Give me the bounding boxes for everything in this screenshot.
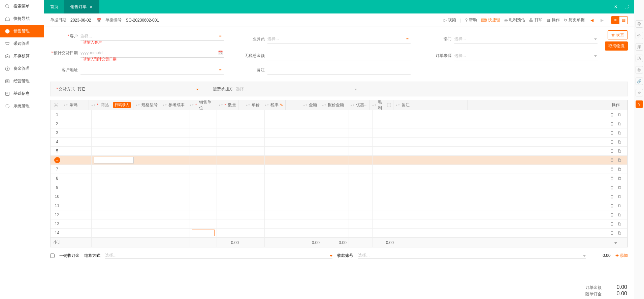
- copy-icon[interactable]: [617, 158, 622, 162]
- more-icon[interactable]: ⋯: [219, 67, 223, 72]
- copy-icon[interactable]: [617, 194, 622, 199]
- ship-select[interactable]: 其它: [77, 86, 199, 92]
- table-row[interactable]: 12: [51, 210, 627, 219]
- table-row[interactable]: 11: [51, 201, 627, 210]
- table-row[interactable]: 4: [51, 138, 627, 147]
- rail-btn-3[interactable]: 库: [636, 43, 643, 51]
- rail-link-icon[interactable]: 🔗: [636, 78, 643, 85]
- delete-icon[interactable]: [610, 231, 614, 235]
- copy-icon[interactable]: [617, 212, 622, 217]
- copy-icon[interactable]: [617, 149, 622, 153]
- rail-btn-4[interactable]: 历: [636, 55, 643, 62]
- sidebar-item-search[interactable]: 搜索菜单: [0, 0, 44, 12]
- rail-collapse-icon[interactable]: ↘: [636, 100, 643, 108]
- delete-icon[interactable]: [610, 185, 614, 190]
- table-row[interactable]: 14: [51, 229, 627, 238]
- copy-icon[interactable]: [617, 130, 622, 135]
- source-input[interactable]: [454, 53, 598, 58]
- product-cell-input[interactable]: [94, 157, 134, 163]
- delete-icon[interactable]: [610, 121, 614, 126]
- copy-icon[interactable]: [617, 203, 622, 208]
- table-row[interactable]: +: [51, 156, 627, 165]
- table-row[interactable]: 10: [51, 192, 627, 201]
- onekey-deposit-checkbox[interactable]: [50, 253, 55, 258]
- col-tax[interactable]: ▲▼税率 ✎: [262, 100, 286, 110]
- add-button[interactable]: ✚ 添加: [615, 253, 628, 259]
- more-icon[interactable]: ⋯: [219, 34, 223, 38]
- delete-icon[interactable]: [610, 130, 614, 135]
- col-profit[interactable]: ▲▼毛利 i: [370, 100, 393, 110]
- addr-input[interactable]: [80, 67, 224, 72]
- col-cost[interactable]: ▲▼参考成本: [160, 100, 187, 110]
- sidebar-item-system[interactable]: 系统管理: [0, 100, 44, 112]
- help-link[interactable]: ? 帮助: [465, 17, 477, 23]
- rail-star-icon[interactable]: ☆: [636, 89, 643, 96]
- tab-sales-order[interactable]: 销售订单 ✕: [64, 0, 99, 13]
- delete-icon[interactable]: [610, 149, 614, 153]
- print-link[interactable]: 🖶 打印: [529, 17, 543, 23]
- video-link[interactable]: ▷ 视频: [444, 17, 456, 23]
- fullscreen-icon[interactable]: ⛶: [622, 2, 631, 11]
- add-row-icon[interactable]: +: [54, 157, 60, 163]
- edit-icon[interactable]: ✎: [280, 103, 283, 108]
- copy-icon[interactable]: [617, 140, 622, 144]
- col-product[interactable]: ▲▼*商品扫码录入: [89, 100, 133, 110]
- rail-btn-5[interactable]: 券: [636, 66, 643, 73]
- history-link[interactable]: ↻ 历史单据: [564, 17, 585, 23]
- sidebar-item-baseinfo[interactable]: 基础信息: [0, 87, 44, 100]
- more-icon[interactable]: ⋯: [406, 36, 410, 41]
- prev-doc-icon[interactable]: ◀: [589, 16, 595, 25]
- sidebar-item-inventory[interactable]: 库存核算: [0, 50, 44, 62]
- col-settings[interactable]: [51, 100, 61, 110]
- chevron-down-icon[interactable]: [614, 240, 617, 245]
- ops-link[interactable]: ▦ 操作: [547, 17, 560, 23]
- table-row[interactable]: 7: [51, 165, 627, 174]
- col-amount[interactable]: ▲▼金额: [286, 100, 319, 110]
- table-row[interactable]: 9: [51, 183, 627, 192]
- delete-icon[interactable]: [610, 140, 614, 144]
- delete-icon[interactable]: [610, 158, 614, 162]
- tab-close-all[interactable]: ✕: [611, 2, 620, 11]
- col-price[interactable]: ▲▼单价: [238, 100, 262, 110]
- copy-icon[interactable]: [617, 112, 622, 117]
- deliver-input[interactable]: [80, 51, 224, 55]
- sidebar-item-quicknav[interactable]: 快捷导航: [0, 12, 44, 25]
- delete-icon[interactable]: [610, 194, 614, 199]
- info-icon[interactable]: i: [387, 103, 391, 107]
- sidebar-item-purchase[interactable]: 采购管理: [0, 37, 44, 50]
- delete-icon[interactable]: [610, 221, 614, 226]
- cancel-logistics-button[interactable]: 取消物流: [605, 41, 628, 51]
- copy-icon[interactable]: [617, 221, 622, 226]
- rail-btn-1[interactable]: 导: [636, 20, 643, 28]
- settings-button[interactable]: ✿ 设置: [608, 30, 628, 39]
- copy-icon[interactable]: [617, 167, 622, 172]
- sidebar-item-finance[interactable]: 资金管理: [0, 62, 44, 75]
- unit-cell-input[interactable]: [192, 230, 215, 236]
- rail-btn-2[interactable]: 价: [636, 32, 643, 39]
- copy-icon[interactable]: [617, 121, 622, 126]
- close-icon[interactable]: ✕: [89, 4, 93, 9]
- copy-icon[interactable]: [617, 185, 622, 190]
- chevron-down-icon[interactable]: [594, 53, 597, 58]
- col-unit[interactable]: ▲▼*销售单位: [187, 100, 214, 110]
- sales-input[interactable]: [267, 36, 411, 41]
- customer-input[interactable]: [80, 34, 224, 38]
- scan-badge[interactable]: 扫码录入: [113, 102, 131, 108]
- chevron-down-icon[interactable]: [594, 36, 597, 41]
- acct-select[interactable]: 选择...: [358, 252, 585, 259]
- table-row[interactable]: 5: [51, 147, 627, 156]
- sidebar-item-sales[interactable]: 销售管理: [0, 25, 44, 37]
- tab-home[interactable]: 首页: [44, 0, 64, 13]
- col-qty[interactable]: ▲▼*数量: [214, 100, 238, 110]
- remark-input[interactable]: [267, 67, 411, 72]
- table-row[interactable]: 8: [51, 174, 627, 183]
- col-quote[interactable]: ▲▼报价金额: [319, 100, 346, 110]
- copy-icon[interactable]: [617, 176, 622, 181]
- delete-icon[interactable]: [610, 176, 614, 181]
- calendar-icon[interactable]: 📅: [218, 51, 223, 55]
- hotkey-link[interactable]: ⌨ 快捷键: [481, 17, 500, 23]
- notax-input[interactable]: [267, 53, 411, 58]
- table-row[interactable]: 1: [51, 110, 627, 119]
- table-row[interactable]: 2: [51, 119, 627, 128]
- view-list-icon[interactable]: ≡: [611, 17, 619, 24]
